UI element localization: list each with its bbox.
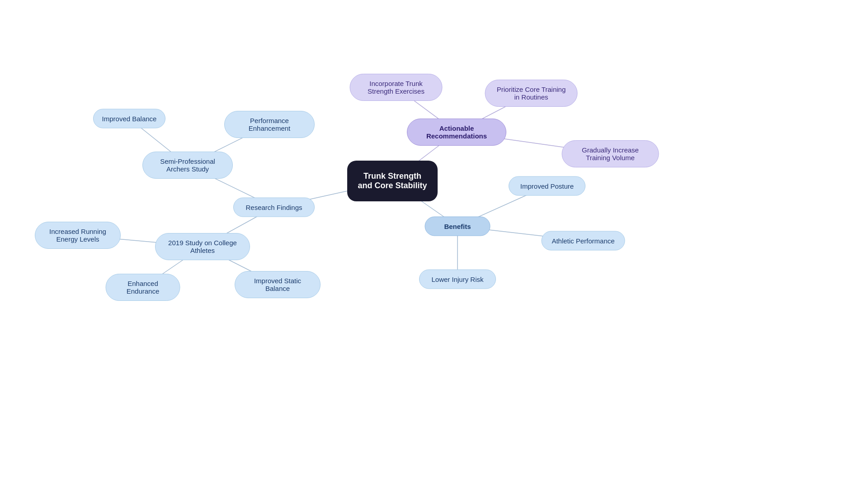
performance-enhancement-node: Performance Enhancement	[224, 111, 315, 138]
athletic-performance-node: Athletic Performance	[542, 231, 625, 251]
research-findings-node: Research Findings	[233, 198, 315, 217]
enhanced-endurance-node: Enhanced Endurance	[106, 274, 180, 301]
semi-pro-archers-node: Semi-Professional Archers Study	[142, 152, 233, 179]
improved-static-balance-node: Improved Static Balance	[235, 271, 321, 298]
improved-balance-node: Improved Balance	[93, 109, 165, 128]
lower-injury-risk-node: Lower Injury Risk	[419, 270, 496, 289]
incorporate-trunk-node: Incorporate Trunk Strength Exercises	[350, 74, 443, 101]
gradually-increase-node: Gradually Increase Training Volume	[562, 140, 659, 167]
prioritize-core-node: Prioritize Core Training in Routines	[485, 80, 578, 107]
connections-svg	[0, 0, 868, 490]
benefits-node: Benefits	[425, 217, 491, 236]
center-node: Trunk Strength and Core Stability	[347, 161, 438, 201]
increased-running-node: Increased Running Energy Levels	[35, 222, 121, 249]
improved-posture-node: Improved Posture	[509, 176, 585, 196]
college-athletes-node: 2019 Study on College Athletes	[155, 233, 250, 260]
actionable-recommendations-node: Actionable Recommendations	[407, 119, 506, 146]
